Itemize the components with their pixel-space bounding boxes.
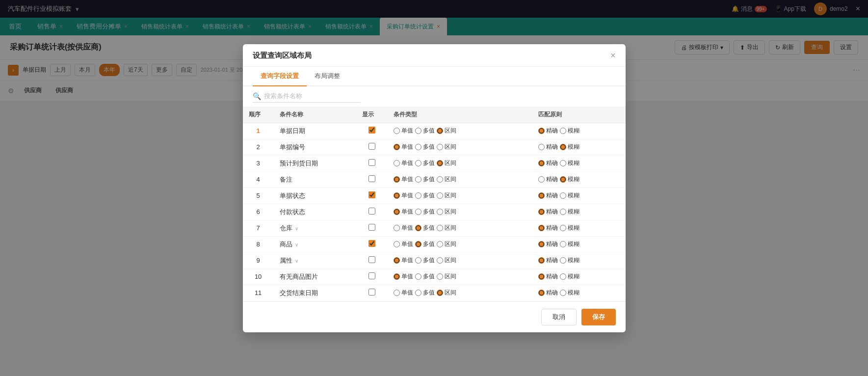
tab-layout-adjust[interactable]: 布局调整 [307, 67, 348, 86]
modal-overlay: 设置查询区域布局 × 查询字段设置 布局调整 🔍 顺序 [0, 0, 868, 101]
modal-header: 设置查询区域布局 × [243, 44, 626, 67]
modal-search-area: 🔍 [243, 86, 626, 102]
search-icon: 🔍 [253, 92, 261, 100]
modal-title: 设置查询区域布局 [253, 51, 312, 60]
search-wrapper: 🔍 [253, 92, 361, 102]
settings-modal: 设置查询区域布局 × 查询字段设置 布局调整 🔍 顺序 [243, 44, 626, 102]
tab-query-fields[interactable]: 查询字段设置 [253, 67, 307, 86]
modal-tabs: 查询字段设置 布局调整 [243, 67, 626, 86]
search-input[interactable] [264, 92, 352, 100]
modal-close-button[interactable]: × [610, 51, 616, 60]
